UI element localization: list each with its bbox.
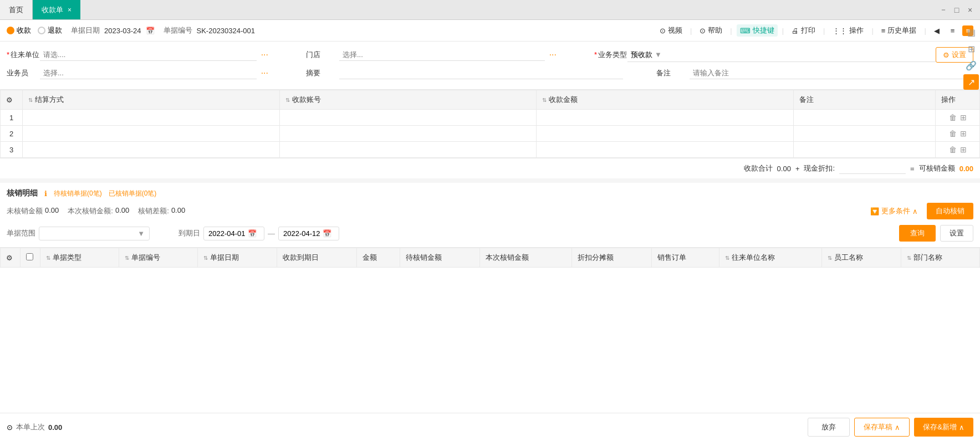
copy-row-3-button[interactable]: ⊞	[960, 145, 967, 154]
range-select[interactable]: ▼	[39, 227, 150, 240]
partner-input[interactable]	[40, 49, 257, 61]
col-ops-header: 操作	[936, 90, 980, 110]
view-list-button[interactable]: ≡	[947, 25, 958, 36]
bt-sort-icon2[interactable]: ⇅	[125, 255, 129, 261]
btcol-settings-header[interactable]: ⚙	[1, 248, 21, 268]
tab-close-icon[interactable]: ×	[68, 6, 72, 14]
sort-icon2[interactable]: ⇅	[285, 97, 290, 103]
date-to-input[interactable]: 2022-04-12 📅	[278, 227, 339, 240]
minimize-button[interactable]: －	[938, 4, 949, 16]
row-amount-1[interactable]	[537, 110, 794, 126]
bt-sort-icon6[interactable]: ⇅	[907, 255, 911, 261]
col-account-label: 收款账号	[292, 95, 321, 105]
staff-input[interactable]	[40, 67, 257, 79]
row-note-1[interactable]	[793, 110, 935, 126]
verification-header: 核销明细 ℹ 待核销单据(0笔) 已核销单据(0笔)	[7, 188, 973, 198]
row-amount-2[interactable]	[537, 126, 794, 142]
abandon-button[interactable]: 放弃	[808, 418, 850, 437]
more-conditions-button[interactable]: 🔽 更多条件 ∧	[870, 206, 918, 216]
current-value: 0.00	[115, 206, 129, 216]
info-icon[interactable]: ℹ	[44, 189, 47, 198]
sidebar-table-icon[interactable]: ▤	[963, 24, 979, 40]
business-type-select[interactable]: 预收款 ▼	[627, 48, 936, 62]
query-button[interactable]: 查询	[899, 225, 936, 242]
copy-row-2-button[interactable]: ⊞	[960, 129, 967, 138]
shortcut-button[interactable]: ⌨ 快捷键	[737, 24, 778, 37]
top-toolbar: 收款 退款 单据日期 2023-03-24 📅 单据编号 SK-20230324…	[0, 20, 980, 42]
range-filter: 单据范围 ▼	[7, 227, 150, 240]
delete-row-3-button[interactable]: 🗑	[949, 145, 957, 154]
calendar-icon[interactable]: 📅	[146, 27, 155, 35]
history-label: 历史单据	[887, 25, 916, 35]
more-conditions-label: 更多条件	[881, 206, 910, 216]
close-button[interactable]: ×	[964, 4, 976, 16]
verify-value: 0.00	[959, 165, 973, 173]
select-all-checkbox[interactable]	[26, 253, 33, 260]
row-payment-1[interactable]	[23, 110, 280, 126]
bt-gear-icon[interactable]: ⚙	[6, 254, 13, 262]
maximize-button[interactable]: □	[951, 4, 962, 16]
auto-verify-button[interactable]: 自动核销	[927, 203, 973, 219]
btcol-doctype-label: 单据类型	[53, 253, 81, 263]
row-account-2[interactable]	[279, 126, 537, 142]
col-settings-header[interactable]: ⚙	[1, 90, 23, 110]
btcol-salesorder-label: 销售订单	[657, 253, 686, 261]
discount-label: 现金折扣:	[804, 163, 835, 173]
radio-income[interactable]: 收款	[7, 25, 31, 35]
partner-more-icon[interactable]: ···	[257, 50, 273, 60]
delete-row-2-button[interactable]: 🗑	[949, 129, 957, 138]
verification-section: 核销明细 ℹ 待核销单据(0笔) 已核销单据(0笔) 未核销金额 0.00 本次…	[0, 183, 980, 248]
sidebar-grid-icon[interactable]: ⊞	[963, 41, 979, 57]
print-label: 打印	[801, 25, 815, 35]
operations-button[interactable]: ⋮⋮ 操作	[829, 24, 867, 37]
current-label: 本次核销金额:	[68, 206, 113, 216]
save-new-button[interactable]: 保存&新增 ∧	[914, 418, 973, 437]
note-input[interactable]	[690, 67, 973, 79]
help-button[interactable]: ⊙ 帮助	[696, 24, 726, 37]
row-note-3[interactable]	[793, 142, 935, 158]
save-draft-button[interactable]: 保存草稿 ∧	[854, 418, 910, 437]
row-amount-3[interactable]	[537, 142, 794, 158]
date-to-value: 2022-04-12	[283, 229, 320, 238]
row-account-3[interactable]	[279, 142, 537, 158]
bt-sort-icon1[interactable]: ⇅	[46, 255, 50, 261]
store-more-icon[interactable]: ···	[545, 50, 561, 60]
bt-sort-icon4[interactable]: ⇅	[725, 255, 729, 261]
row-payment-3[interactable]	[23, 142, 280, 158]
summary-input[interactable]	[339, 67, 623, 79]
bt-sort-icon5[interactable]: ⇅	[828, 255, 832, 261]
total-value: 0.00	[777, 165, 791, 173]
video-button[interactable]: ⊙ 视频	[656, 24, 686, 37]
sort-icon3[interactable]: ⇅	[542, 97, 547, 103]
doc-date-info: 单据日期 2023-03-24 📅	[71, 25, 155, 35]
btcol-docdate-header: ⇅ 单据日期	[198, 248, 277, 268]
store-input[interactable]	[339, 49, 545, 61]
history-button[interactable]: ≡ 历史单据	[878, 24, 920, 37]
radio-income-circle	[7, 27, 14, 34]
sidebar-link-icon[interactable]: 🔗	[963, 58, 979, 73]
tab-verified[interactable]: 已核销单据(0笔)	[109, 189, 157, 198]
btcol-docdate-label: 单据日期	[210, 253, 239, 263]
sidebar-expand-icon[interactable]: ↗	[963, 74, 979, 90]
delete-row-1-button[interactable]: 🗑	[949, 113, 957, 122]
copy-row-1-button[interactable]: ⊞	[960, 113, 967, 122]
row-account-1[interactable]	[279, 110, 537, 126]
bt-sort-icon3[interactable]: ⇅	[203, 255, 208, 261]
print-button[interactable]: 🖨 打印	[788, 24, 819, 37]
date-from-input[interactable]: 2022-04-01 📅	[203, 227, 264, 240]
table-gear-icon[interactable]: ⚙	[6, 96, 13, 104]
calendar-from-icon: 📅	[248, 229, 257, 238]
row-note-2[interactable]	[793, 126, 935, 142]
discount-input[interactable]	[839, 163, 906, 174]
radio-refund[interactable]: 退款	[38, 25, 62, 35]
nav-prev-button[interactable]: ◀	[931, 25, 943, 36]
sort-icon[interactable]: ⇅	[28, 97, 33, 103]
tab-active[interactable]: 收款单 ×	[33, 0, 80, 19]
tab-home[interactable]: 首页	[0, 0, 33, 19]
filter-settings-button[interactable]: 设置	[940, 225, 973, 242]
row-payment-2[interactable]	[23, 126, 280, 142]
staff-more-icon[interactable]: ···	[257, 68, 273, 78]
btcol-docnum-header: ⇅ 单据编号	[119, 248, 198, 268]
tab-pending[interactable]: 待核销单据(0笔)	[54, 189, 102, 198]
footer-info-icon[interactable]: ⊙	[7, 423, 13, 432]
